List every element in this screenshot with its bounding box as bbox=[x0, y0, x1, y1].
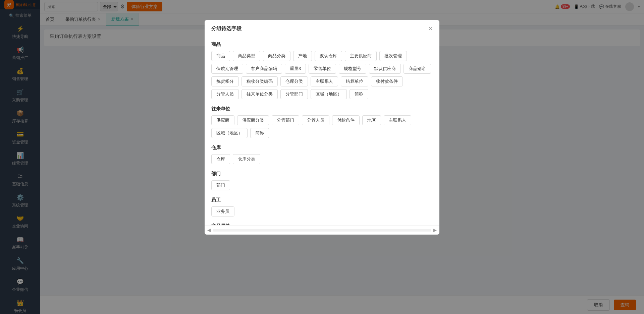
field-tag-0-23[interactable]: 区域（地区） bbox=[311, 89, 347, 99]
field-tag-0-13[interactable]: 商品别名 bbox=[404, 64, 431, 74]
field-tag-1-5[interactable]: 地区 bbox=[362, 115, 381, 125]
field-tag-0-19[interactable]: 收付款条件 bbox=[371, 76, 403, 86]
field-tag-0-17[interactable]: 主联系人 bbox=[311, 76, 338, 86]
field-tag-0-15[interactable]: 税收分类编码 bbox=[241, 76, 278, 86]
field-section-2: 仓库仓库仓库分类 bbox=[211, 145, 433, 164]
field-tag-1-7[interactable]: 区域（地区） bbox=[211, 128, 248, 138]
field-tag-0-1[interactable]: 商品类型 bbox=[233, 51, 260, 61]
field-tag-0-14[interactable]: 炼货积分 bbox=[211, 76, 239, 86]
field-tag-1-0[interactable]: 供应商 bbox=[211, 115, 234, 125]
field-tag-2-1[interactable]: 仓库分类 bbox=[233, 154, 260, 164]
section-title-1: 往来单位 bbox=[211, 106, 433, 112]
section-title-3: 部门 bbox=[211, 171, 433, 177]
field-tag-1-1[interactable]: 供应商分类 bbox=[237, 115, 269, 125]
field-tag-0-10[interactable]: 零售单位 bbox=[309, 64, 336, 74]
field-tag-3-0[interactable]: 部门 bbox=[211, 180, 230, 190]
field-tag-0-16[interactable]: 仓库分类 bbox=[280, 76, 308, 86]
field-section-1: 往来单位供应商供应商分类分管部门分管人员付款条件地区主联系人区域（地区）简称 bbox=[211, 106, 433, 138]
field-tag-1-4[interactable]: 付款条件 bbox=[332, 115, 360, 125]
field-tag-0-3[interactable]: 产地 bbox=[293, 51, 312, 61]
field-section-3: 部门部门 bbox=[211, 171, 433, 190]
scroll-left-arrow[interactable]: ◀ bbox=[207, 228, 211, 233]
modal-overlay: 分组待选字段 ✕ 商品商品商品类型商品分类产地默认仓库主要供应商批次管理保质期管… bbox=[0, 0, 644, 314]
field-tag-2-0[interactable]: 仓库 bbox=[211, 154, 230, 164]
field-tag-0-12[interactable]: 默认供应商 bbox=[369, 64, 401, 74]
modal-title: 分组待选字段 bbox=[211, 25, 241, 32]
field-tag-0-5[interactable]: 主要供应商 bbox=[345, 51, 377, 61]
scroll-right-arrow[interactable]: ▶ bbox=[433, 228, 437, 233]
field-tags-1: 供应商供应商分类分管部门分管人员付款条件地区主联系人区域（地区）简称 bbox=[211, 115, 433, 138]
field-tag-0-8[interactable]: 客户商品编码 bbox=[246, 64, 282, 74]
field-tag-1-3[interactable]: 分管人员 bbox=[302, 115, 329, 125]
field-tag-0-20[interactable]: 分管人员 bbox=[211, 89, 239, 99]
field-tag-0-11[interactable]: 规格型号 bbox=[339, 64, 366, 74]
field-tag-4-0[interactable]: 业务员 bbox=[211, 206, 234, 216]
field-tag-0-9[interactable]: 重量3 bbox=[285, 64, 306, 74]
modal-close-button[interactable]: ✕ bbox=[428, 25, 433, 32]
field-tag-0-0[interactable]: 商品 bbox=[211, 51, 230, 61]
field-tag-0-2[interactable]: 商品分类 bbox=[263, 51, 290, 61]
field-tags-0: 商品商品类型商品分类产地默认仓库主要供应商批次管理保质期管理客户商品编码重量3零… bbox=[211, 51, 433, 99]
field-tag-1-8[interactable]: 简称 bbox=[250, 128, 269, 138]
field-tag-0-22[interactable]: 分管部门 bbox=[280, 89, 308, 99]
field-select-modal: 分组待选字段 ✕ 商品商品商品类型商品分类产地默认仓库主要供应商批次管理保质期管… bbox=[205, 20, 439, 235]
field-tag-1-2[interactable]: 分管部门 bbox=[272, 115, 299, 125]
field-tag-0-18[interactable]: 结算单位 bbox=[341, 76, 368, 86]
modal-header: 分组待选字段 ✕ bbox=[205, 20, 439, 36]
field-tag-0-4[interactable]: 默认仓库 bbox=[315, 51, 342, 61]
section-title-0: 商品 bbox=[211, 42, 433, 48]
modal-hscrollbar: ◀ ▶ bbox=[205, 225, 439, 235]
field-tags-4: 业务员 bbox=[211, 206, 433, 216]
field-section-0: 商品商品商品类型商品分类产地默认仓库主要供应商批次管理保质期管理客户商品编码重量… bbox=[211, 42, 433, 99]
field-tag-0-7[interactable]: 保质期管理 bbox=[211, 64, 243, 74]
section-title-4: 员工 bbox=[211, 197, 433, 203]
field-tag-0-6[interactable]: 批次管理 bbox=[379, 51, 407, 61]
field-tag-0-24[interactable]: 简称 bbox=[350, 89, 368, 99]
section-title-2: 仓库 bbox=[211, 145, 433, 151]
horizontal-scrollbar[interactable] bbox=[213, 229, 431, 232]
modal-body: 商品商品商品类型商品分类产地默认仓库主要供应商批次管理保质期管理客户商品编码重量… bbox=[205, 36, 439, 225]
field-tags-2: 仓库仓库分类 bbox=[211, 154, 433, 164]
field-tag-1-6[interactable]: 主联系人 bbox=[384, 115, 411, 125]
field-tags-3: 部门 bbox=[211, 180, 433, 190]
field-tag-0-21[interactable]: 往来单位分类 bbox=[241, 89, 278, 99]
field-section-4: 员工业务员 bbox=[211, 197, 433, 216]
